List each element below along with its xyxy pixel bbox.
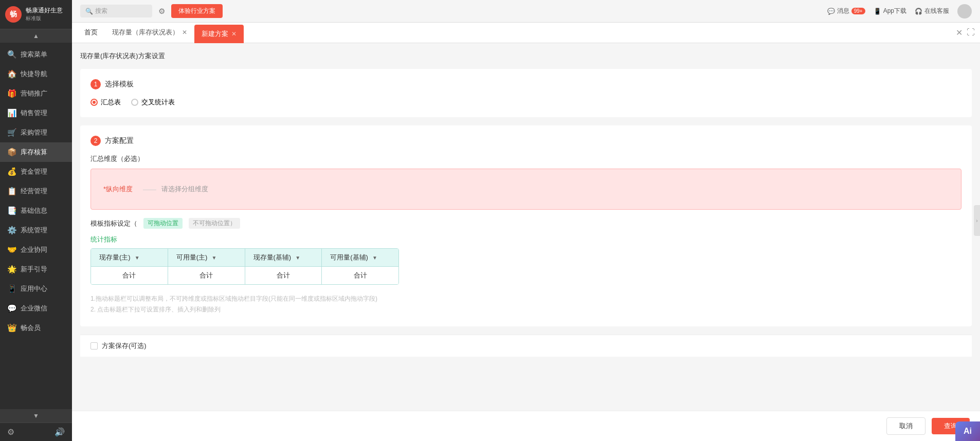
sidebar-scroll-down[interactable]: ▼ — [0, 409, 72, 422]
sidebar-item-label: 应用中心 — [21, 284, 47, 293]
save-option-section: 方案保存(可选) — [80, 335, 972, 357]
page-title: 现存量(库存状况表)方案设置 — [80, 51, 972, 61]
finance-icon: 💰 — [7, 167, 16, 176]
wechat-icon: 💬 — [7, 304, 16, 313]
indicator-settings-row: 模板指标设定（ 可拖动位置 不可拖动位置） — [90, 218, 961, 229]
tab-new-plan-close[interactable]: ✕ — [231, 30, 237, 38]
sidebar-item-search-menu[interactable]: 🔍 搜索菜单 — [0, 45, 72, 64]
sidebar-item-label: 资金管理 — [21, 167, 47, 176]
topbar: 🔍 搜索 ⚙ 体验行业方案 💬 消息 99+ 📱 App下载 🎧 在线客服 — [72, 0, 980, 23]
ai-float-button[interactable]: Ai — [955, 421, 980, 441]
stats-col-available-aux[interactable]: 可用量(基辅) ▼ — [322, 249, 398, 266]
stats-body-cell-0: 合计 — [91, 266, 168, 284]
stats-col-available-main[interactable]: 可用量(主) ▼ — [168, 249, 245, 266]
stats-table: 现存量(主) ▼ 可用量(主) ▼ 现存量(基辅) ▼ 可用量(基辅) — [90, 248, 399, 285]
customer-service-btn[interactable]: 🎧 在线客服 — [915, 7, 949, 15]
section1-num: 1 — [90, 79, 101, 89]
message-btn[interactable]: 💬 消息 99+ — [827, 7, 865, 15]
sidebar-item-label: 销售管理 — [21, 108, 47, 118]
tips-section: 1.拖动标题栏可以调整布局，不可跨维度或指标区域拖动栏目字段(只能在同一维度或指… — [90, 295, 961, 314]
tab-inventory-status-close[interactable]: ✕ — [182, 29, 187, 36]
app-version: 标准版 — [26, 15, 63, 22]
chevron-down-icon-2: ▼ — [295, 255, 300, 261]
cancel-button[interactable]: 取消 — [886, 417, 925, 435]
message-icon: 💬 — [827, 8, 835, 15]
chevron-down-icon-0: ▼ — [135, 255, 140, 261]
right-handle-icon: › — [976, 218, 977, 224]
sound-icon[interactable]: 🔊 — [55, 427, 65, 437]
tab-inventory-status[interactable]: 现存量（库存状况表） ✕ — [105, 23, 194, 43]
not-draggable-tag: 不可拖动位置） — [189, 218, 240, 229]
tip-item-0: 1.拖动标题栏可以调整布局，不可跨维度或指标区域拖动栏目字段(只能在同一维度或指… — [90, 295, 961, 303]
tab-inventory-status-label: 现存量（库存状况表） — [112, 28, 179, 37]
stats-body-value-2: 合计 — [277, 271, 290, 280]
stats-col-available-aux-label: 可用量(基辅) — [330, 253, 368, 262]
stats-col-main-qty[interactable]: 现存量(主) ▼ — [91, 249, 168, 266]
radio-summary[interactable]: 汇总表 — [90, 98, 121, 107]
sidebar-scroll-up[interactable]: ▲ — [0, 29, 72, 43]
sidebar-item-operation[interactable]: 📋 经营管理 — [0, 181, 72, 201]
quick-nav-icon: 🏠 — [7, 69, 16, 79]
stats-body-cell-3: 合计 — [322, 266, 398, 284]
save-plan-label: 方案保存(可选) — [102, 341, 147, 351]
dimension-placeholder: 请选择分组维度 — [161, 185, 208, 194]
stats-body-value-0: 合计 — [122, 271, 136, 280]
section-template: 1 选择模板 汇总表 交叉统计表 — [80, 69, 972, 117]
app-logo: 畅 — [5, 6, 22, 23]
sidebar-item-label: 企业协同 — [21, 245, 47, 254]
save-plan-checkbox[interactable] — [90, 342, 98, 350]
radio-cross[interactable]: 交叉统计表 — [131, 98, 175, 107]
indicator-section: 模板指标设定（ 可拖动位置 不可拖动位置） 统计指标 现存量(主) ▼ 可用量(… — [90, 218, 961, 286]
sidebar-item-purchase[interactable]: 🛒 采购管理 — [0, 123, 72, 142]
section2-title: 方案配置 — [105, 136, 134, 145]
industry-btn[interactable]: 体验行业方案 — [171, 4, 223, 18]
gear-icon[interactable]: ⚙ — [158, 7, 165, 16]
app-download-btn[interactable]: 📱 App下载 — [874, 7, 906, 15]
sidebar-item-system[interactable]: ⚙️ 系统管理 — [0, 220, 72, 240]
sidebar-item-app-center[interactable]: 📱 应用中心 — [0, 279, 72, 299]
message-badge: 99+ — [851, 8, 865, 14]
close-panel-icon[interactable]: ✕ — [956, 28, 963, 38]
tabbar: 首页 现存量（库存状况表） ✕ 新建方案 ✕ ✕ ⛶ — [72, 23, 980, 43]
sidebar-item-wechat[interactable]: 💬 企业微信 — [0, 299, 72, 318]
purchase-icon: 🛒 — [7, 128, 16, 137]
sidebar-item-marketing[interactable]: 🎁 营销推广 — [0, 84, 72, 103]
radio-cross-circle — [131, 99, 138, 106]
section1-title: 选择模板 — [105, 80, 134, 89]
sales-icon: 📊 — [7, 108, 16, 118]
sidebar-footer: ⚙ 🔊 — [0, 422, 72, 441]
sidebar-item-label: 基础信息 — [21, 206, 47, 215]
sidebar-header: 畅 畅康通好生意 标准版 — [0, 0, 72, 29]
radio-summary-label: 汇总表 — [101, 98, 121, 107]
stats-col-aux-qty[interactable]: 现存量(基辅) ▼ — [245, 249, 322, 266]
content-area: 现存量(库存状况表)方案设置 1 选择模板 汇总表 交叉统计表 2 — [72, 43, 980, 411]
chevron-down-icon-1: ▼ — [211, 255, 216, 261]
user-avatar[interactable] — [957, 4, 972, 19]
sidebar-item-label: 经营管理 — [21, 187, 47, 196]
stats-col-aux-qty-label: 现存量(基辅) — [253, 253, 292, 262]
sidebar-item-label: 营销推广 — [21, 89, 47, 98]
sidebar-item-cooperation[interactable]: 🤝 企业协同 — [0, 240, 72, 260]
message-label: 消息 — [837, 7, 849, 15]
member-icon: 👑 — [7, 323, 16, 333]
sidebar-item-member[interactable]: 👑 畅会员 — [0, 318, 72, 338]
right-sidebar-handle[interactable]: › — [974, 205, 980, 236]
sidebar-item-label: 系统管理 — [21, 226, 47, 235]
sidebar-item-finance[interactable]: 💰 资金管理 — [0, 162, 72, 181]
sidebar-item-guide[interactable]: 🌟 新手引导 — [0, 260, 72, 279]
section-plan-config: 2 方案配置 汇总维度（必选） *纵向维度 —— 请选择分组维度 模板指标设定（… — [80, 125, 972, 326]
section2-num: 2 — [90, 136, 101, 146]
expand-panel-icon[interactable]: ⛶ — [967, 28, 975, 38]
sidebar-item-basic[interactable]: 📑 基础信息 — [0, 201, 72, 220]
sidebar-nav: 🔍 搜索菜单 🏠 快捷导航 🎁 营销推广 📊 销售管理 🛒 采购管理 📦 库存核… — [0, 43, 72, 409]
sidebar-item-quick-nav[interactable]: 🏠 快捷导航 — [0, 64, 72, 84]
ai-float-label: Ai — [964, 427, 972, 435]
dimension-dash: —— — [143, 186, 156, 193]
tab-home[interactable]: 首页 — [77, 23, 105, 43]
tip-text-0: 1.拖动标题栏可以调整布局，不可跨维度或指标区域拖动栏目字段(只能在同一维度或指… — [90, 295, 377, 302]
sidebar-item-inventory[interactable]: 📦 库存核算 — [0, 142, 72, 162]
sidebar-item-sales[interactable]: 📊 销售管理 — [0, 103, 72, 123]
search-box[interactable]: 🔍 搜索 — [80, 5, 152, 17]
settings-icon[interactable]: ⚙ — [7, 427, 14, 437]
tab-new-plan[interactable]: 新建方案 ✕ — [194, 25, 244, 43]
